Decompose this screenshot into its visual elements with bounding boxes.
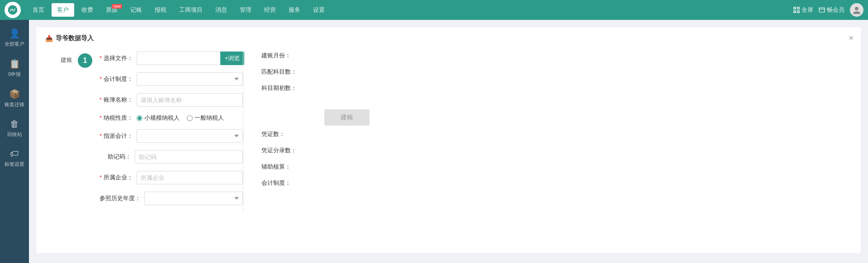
tax-small-label[interactable]: 小规模纳税人 (137, 114, 180, 122)
form-left: 建账 1 选择文件： +浏览 (45, 52, 243, 212)
sidebar: 👤 全部客户 📋 0申报 📦 账套迁移 🗑 回收站 🏷 标签设置 (0, 20, 29, 263)
memo-input[interactable] (135, 150, 243, 164)
history-label: 参照历史年度： (100, 194, 141, 202)
nav-item-invoice[interactable]: 票据 new (100, 3, 123, 17)
accounting-row: 会计制度： (100, 72, 243, 86)
nav-item-home[interactable]: 首页 (27, 3, 50, 17)
app-logo (5, 2, 21, 18)
sidebar-item-all-clients[interactable]: 👤 全部客户 (0, 23, 29, 52)
trash-icon: 🗑 (10, 119, 19, 129)
sidebar-item-label: 0申报 (8, 71, 21, 78)
nav-item-customer[interactable]: 客户 (52, 3, 74, 17)
panel-title: 📥 导爷数据导入 (45, 34, 852, 42)
fullscreen-button[interactable]: 全屏 (793, 6, 813, 14)
new-badge: new (112, 4, 122, 9)
svg-point-7 (855, 7, 859, 10)
svg-rect-2 (797, 7, 799, 9)
memo-label: 助记码： (100, 153, 131, 161)
accounting-select[interactable] (137, 72, 243, 86)
ledger-input[interactable] (137, 93, 243, 107)
main-layout: 👤 全部客户 📋 0申报 📦 账套迁移 🗑 回收站 🏷 标签设置 📥 导爷数据导… (0, 20, 868, 263)
form-right: 建账月份： 匹配科目数： 科目期初数： 建账 (243, 52, 370, 212)
step-circle: 1 (78, 53, 92, 68)
top-nav: 首页 客户 收费 票据 new 记账 报税 工商项目 消息 管理 经营 服务 设… (0, 0, 868, 20)
tax-small-radio[interactable] (137, 115, 142, 121)
fullscreen-icon (793, 7, 800, 13)
nav-item-service[interactable]: 服务 (283, 3, 306, 17)
file-input[interactable] (137, 52, 220, 65)
sidebar-item-declare[interactable]: 📋 0申报 (0, 54, 29, 82)
history-select[interactable] (144, 192, 243, 205)
all-clients-icon: 👤 (9, 28, 20, 39)
tax-general-radio[interactable] (187, 115, 193, 121)
nav-items: 首页 客户 收费 票据 new 记账 报税 工商项目 消息 管理 经营 服务 设… (27, 3, 793, 17)
accountant-label: 指派会计： (100, 132, 133, 140)
tax-radio-group: 小规模纳税人 一般纳税人 (137, 114, 243, 122)
sidebar-item-label: 标签设置 (5, 161, 24, 168)
sidebar-item-label: 全部客户 (5, 41, 24, 47)
form-wrapper: 建账 1 选择文件： +浏览 (45, 52, 852, 212)
sidebar-item-migrate[interactable]: 📦 账套迁移 (0, 84, 29, 113)
file-label: 选择文件： (100, 54, 133, 62)
form-fields: 选择文件： +浏览 会计制度： (100, 52, 243, 212)
tax-general-label[interactable]: 一般纳税人 (187, 114, 224, 122)
step-label: 建账 (45, 53, 72, 64)
company-label: 所属企业： (100, 174, 133, 182)
sidebar-item-label: 账套迁移 (5, 101, 24, 108)
memo-row: 助记码： (100, 150, 243, 164)
declare-icon: 📋 (9, 58, 20, 69)
member-icon (819, 7, 825, 13)
voucher-entries-row: 凭证分录数： (261, 146, 370, 155)
nav-item-tax[interactable]: 报税 (149, 3, 172, 17)
nav-item-operation[interactable]: 经营 (259, 3, 281, 17)
match-label: 匹配科目数： (261, 68, 298, 76)
accounting-label: 会计制度： (100, 75, 133, 83)
period-row: 科目期初数： (261, 84, 370, 92)
member-button[interactable]: 畅会员 (819, 6, 844, 14)
voucher-entries-label: 凭证分录数： (261, 146, 298, 155)
aux-row: 辅助核算： (261, 163, 370, 171)
nav-item-message[interactable]: 消息 (210, 3, 232, 17)
tax-general-text: 一般纳税人 (194, 114, 224, 122)
svg-rect-3 (794, 11, 796, 13)
panel-title-text: 导爷数据导入 (56, 34, 94, 42)
svg-rect-5 (819, 8, 825, 12)
history-row: 参照历史年度： (100, 192, 243, 205)
period-label: 科目期初数： (261, 84, 298, 92)
sidebar-item-trash[interactable]: 🗑 回收站 (0, 114, 29, 142)
voucher-row: 凭证数： (261, 130, 370, 138)
build-button[interactable]: 建账 (324, 109, 370, 126)
browse-button[interactable]: +浏览 (220, 52, 245, 65)
avatar-icon (852, 5, 862, 15)
sidebar-item-tags[interactable]: 🏷 标签设置 (0, 144, 29, 172)
nav-item-business[interactable]: 工商项目 (174, 3, 208, 17)
match-row: 匹配科目数： (261, 68, 370, 76)
nav-item-manage[interactable]: 管理 (234, 3, 257, 17)
month-label: 建账月份： (261, 52, 298, 60)
nav-item-account[interactable]: 记账 (125, 3, 147, 17)
content-area: 📥 导爷数据导入 × 建账 1 选择文件： (29, 20, 868, 263)
logo-icon (8, 5, 18, 15)
file-input-group: +浏览 (137, 52, 245, 65)
sidebar-item-label: 回收站 (7, 131, 22, 138)
ledger-row: 账簿名称： (100, 93, 243, 107)
accounting-system-row: 会计制度： (261, 179, 370, 187)
tax-row: 纳税性质： 小规模纳税人 一般纳税人 (100, 114, 243, 122)
company-input[interactable] (137, 171, 243, 184)
tax-small-text: 小规模纳税人 (144, 114, 180, 122)
nav-right: 全屏 畅会员 (793, 3, 863, 17)
svg-rect-4 (797, 11, 799, 13)
svg-rect-1 (794, 7, 796, 9)
accountant-row: 指派会计： (100, 129, 243, 143)
file-row: 选择文件： +浏览 (100, 52, 243, 65)
nav-item-billing[interactable]: 收费 (76, 3, 99, 17)
aux-label: 辅助核算： (261, 163, 298, 171)
accounting-system-label: 会计制度： (261, 179, 298, 187)
member-label: 畅会员 (827, 6, 844, 14)
tags-icon: 🏷 (10, 149, 19, 159)
fullscreen-label: 全屏 (802, 6, 813, 14)
nav-item-settings[interactable]: 设置 (308, 3, 330, 17)
close-button[interactable]: × (849, 33, 854, 43)
avatar[interactable] (850, 3, 863, 17)
accountant-select[interactable] (137, 129, 243, 143)
